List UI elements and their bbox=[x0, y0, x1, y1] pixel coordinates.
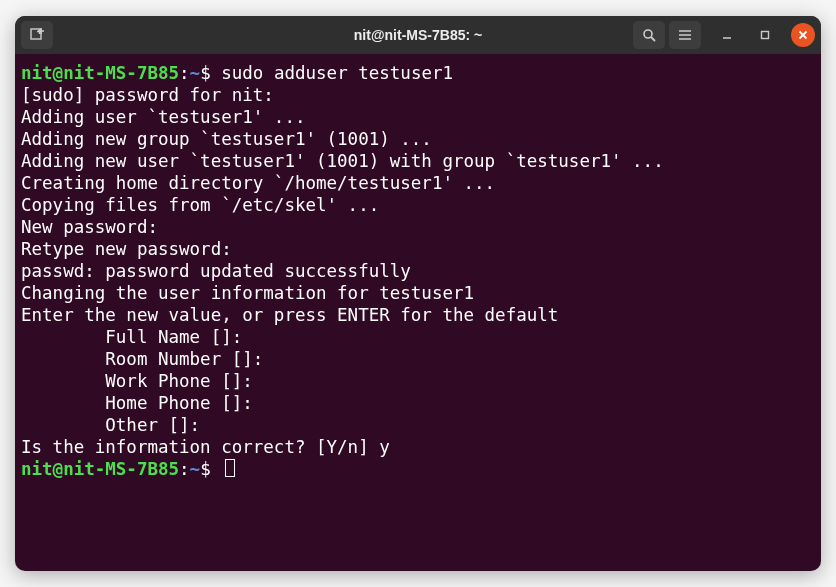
new-tab-icon bbox=[30, 28, 44, 42]
output-line: Creating home directory `/home/testuser1… bbox=[21, 173, 495, 193]
output-line: passwd: password updated successfully bbox=[21, 261, 411, 281]
close-icon bbox=[798, 30, 808, 40]
output-line: New password: bbox=[21, 217, 158, 237]
output-line: Adding new user `testuser1' (1001) with … bbox=[21, 151, 664, 171]
maximize-icon bbox=[760, 30, 770, 40]
svg-line-2 bbox=[651, 37, 655, 41]
prompt-path: ~ bbox=[190, 63, 201, 83]
search-icon bbox=[642, 28, 656, 42]
prompt-user: nit@nit-MS-7B85 bbox=[21, 63, 179, 83]
new-tab-button[interactable] bbox=[21, 21, 53, 49]
close-button[interactable] bbox=[791, 23, 815, 47]
command-text: sudo adduser testuser1 bbox=[221, 63, 453, 83]
minimize-button[interactable] bbox=[715, 23, 739, 47]
output-line: Other []: bbox=[21, 415, 200, 435]
output-line: Changing the user information for testus… bbox=[21, 283, 474, 303]
output-line: Home Phone []: bbox=[21, 393, 253, 413]
maximize-button[interactable] bbox=[753, 23, 777, 47]
output-line: Full Name []: bbox=[21, 327, 242, 347]
terminal-window: nit@nit-MS-7B85: ~ bbox=[15, 16, 821, 571]
prompt-sep: : bbox=[179, 63, 190, 83]
output-line: Enter the new value, or press ENTER for … bbox=[21, 305, 558, 325]
hamburger-icon bbox=[678, 29, 692, 41]
terminal-body[interactable]: nit@nit-MS-7B85:~$ sudo adduser testuser… bbox=[15, 54, 821, 488]
cursor-icon bbox=[225, 459, 235, 477]
svg-point-1 bbox=[644, 30, 652, 38]
output-line: Room Number []: bbox=[21, 349, 263, 369]
prompt-sep: : bbox=[179, 459, 190, 479]
output-line: Is the information correct? [Y/n] y bbox=[21, 437, 390, 457]
output-line: Copying files from `/etc/skel' ... bbox=[21, 195, 379, 215]
output-line: Adding new group `testuser1' (1001) ... bbox=[21, 129, 432, 149]
titlebar: nit@nit-MS-7B85: ~ bbox=[15, 16, 821, 54]
output-line: [sudo] password for nit: bbox=[21, 85, 274, 105]
menu-button[interactable] bbox=[669, 21, 701, 49]
prompt-dollar: $ bbox=[200, 459, 211, 479]
search-button[interactable] bbox=[633, 21, 665, 49]
svg-rect-7 bbox=[762, 32, 769, 39]
prompt-dollar: $ bbox=[200, 63, 211, 83]
output-line: Retype new password: bbox=[21, 239, 232, 259]
prompt-path: ~ bbox=[190, 459, 201, 479]
output-line: Work Phone []: bbox=[21, 371, 253, 391]
minimize-icon bbox=[722, 30, 732, 40]
prompt-user: nit@nit-MS-7B85 bbox=[21, 459, 179, 479]
output-line: Adding user `testuser1' ... bbox=[21, 107, 305, 127]
